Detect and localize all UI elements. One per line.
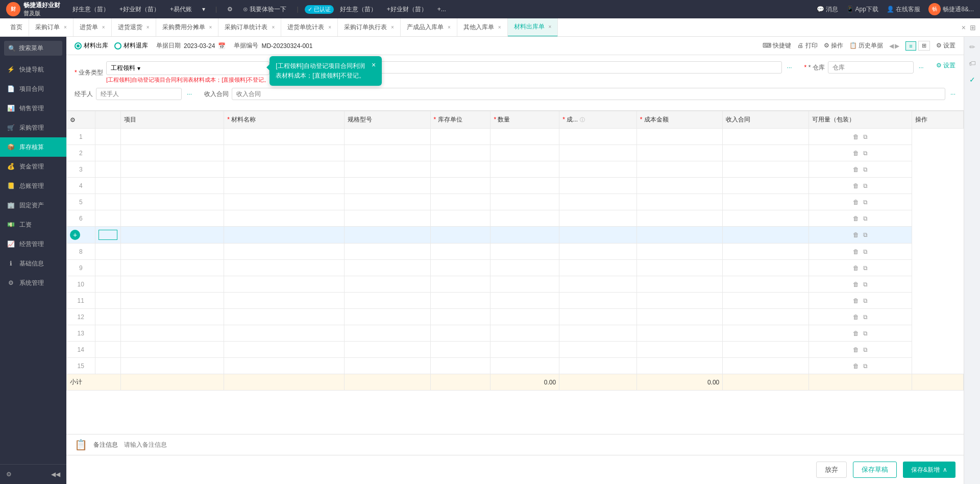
sidebar-item-ledger[interactable]: 📒 总账管理 (0, 176, 66, 196)
sidebar-settings-btn[interactable]: ⚙ (4, 469, 14, 480)
cell-available[interactable] (723, 358, 808, 374)
cell-income[interactable] (636, 342, 722, 358)
cell-unit[interactable] (345, 129, 430, 145)
cell-available[interactable] (723, 210, 808, 227)
tab-close-purchase-stats[interactable]: × (272, 25, 275, 30)
tab-purchase-exec[interactable]: 采购订单执行表 × (338, 18, 401, 37)
cell-spec[interactable] (224, 325, 345, 342)
income-contract-input[interactable] (232, 88, 945, 100)
cell-unit[interactable] (345, 342, 430, 358)
cell-available[interactable] (723, 178, 808, 194)
tab-close-purchase-order[interactable]: × (64, 25, 67, 30)
cell-cost-amt[interactable] (559, 161, 637, 178)
sidebar-collapse-btn[interactable]: ◀◀ (49, 469, 62, 480)
cell-project[interactable] (95, 161, 121, 178)
cell-spec[interactable] (224, 358, 345, 374)
cell-income[interactable] (636, 293, 722, 309)
cell-material[interactable] (121, 276, 224, 293)
cell-unit[interactable] (345, 210, 430, 227)
cell-available[interactable] (723, 129, 808, 145)
tab-close-material-outbound[interactable]: × (549, 24, 552, 30)
cell-income-active[interactable] (636, 227, 722, 244)
doc-settings-link-btn[interactable]: ⚙ 设置 (936, 61, 955, 70)
sidebar-item-management[interactable]: 📈 经营管理 (0, 234, 66, 254)
cell-qty[interactable] (430, 161, 491, 178)
radio-material-return[interactable]: 材料退库 (114, 41, 148, 50)
cell-cost-amt[interactable] (559, 342, 637, 358)
copy-row-btn[interactable]: ⧉ (861, 214, 870, 223)
cell-cost-amt-active[interactable] (559, 227, 637, 244)
online-service-btn[interactable]: 👤 在线客服 (887, 5, 920, 14)
cell-spec-active[interactable] (224, 227, 345, 244)
tab-other-inbound[interactable]: 其他入库单 × (457, 18, 508, 37)
cell-available[interactable] (723, 325, 808, 342)
cell-available-active[interactable] (723, 227, 808, 244)
cell-spec[interactable] (224, 178, 345, 194)
delete-row-btn[interactable]: 🗑 (851, 149, 861, 158)
sidebar-item-system[interactable]: ⚙ 系统管理 (0, 273, 66, 293)
cell-available[interactable] (723, 244, 808, 260)
delete-row-btn[interactable]: 🗑 (851, 361, 861, 371)
cell-available[interactable] (723, 276, 808, 293)
cell-project[interactable] (95, 293, 121, 309)
cell-project[interactable] (95, 178, 121, 194)
sidebar-item-finance[interactable]: 💰 资金管理 (0, 157, 66, 176)
nav-haoyecai[interactable]: +好业财（苗） (115, 3, 164, 16)
user-avatar[interactable]: 畅 畅捷通8&... (928, 3, 974, 15)
grid-view-btn[interactable]: ⊞ (918, 41, 930, 51)
sidebar-item-basic-info[interactable]: ℹ 基础信息 (0, 254, 66, 273)
cell-cost-amt[interactable] (559, 244, 637, 260)
cell-project[interactable] (95, 210, 121, 227)
cell-cost-amt[interactable] (559, 309, 637, 325)
cell-cost-amt[interactable] (559, 276, 637, 293)
cell-project[interactable] (95, 276, 121, 293)
cell-spec[interactable] (224, 129, 345, 145)
save-new-btn[interactable]: 保存&新增 ∧ (903, 462, 955, 478)
cell-spec[interactable] (224, 309, 345, 325)
cell-cost[interactable] (491, 210, 559, 227)
doc-date-value[interactable]: 2023-03-24 (184, 42, 215, 50)
cell-cost[interactable] (491, 276, 559, 293)
warehouse-input[interactable] (828, 61, 914, 74)
cell-qty[interactable] (430, 194, 491, 210)
cell-qty[interactable] (430, 145, 491, 161)
cell-income[interactable] (636, 358, 722, 374)
cell-cost-amt[interactable] (559, 194, 637, 210)
cell-available[interactable] (723, 309, 808, 325)
message-btn[interactable]: 💬 消息 (817, 5, 838, 14)
cell-qty[interactable] (430, 309, 491, 325)
shortcut-keys-btn[interactable]: ⌨ 快捷键 (763, 41, 791, 50)
cell-income[interactable] (636, 260, 722, 276)
cell-qty[interactable] (430, 210, 491, 227)
cell-income[interactable] (636, 178, 722, 194)
cell-cost[interactable] (491, 161, 559, 178)
tab-close-incoming[interactable]: × (102, 25, 105, 30)
cell-unit[interactable] (345, 161, 430, 178)
delete-row-btn[interactable]: 🗑 (851, 165, 861, 174)
tab-close-purchase-exec[interactable]: × (391, 25, 394, 30)
cell-unit[interactable] (345, 325, 430, 342)
cell-unit[interactable] (345, 276, 430, 293)
tab-finished-goods[interactable]: 产成品入库单 × (401, 18, 457, 37)
app-download-btn[interactable]: 📱 App下载 (846, 5, 878, 14)
delete-row-btn[interactable]: 🗑 (851, 263, 861, 273)
delete-row-btn[interactable]: 🗑 (851, 214, 861, 223)
warehouse-dots-btn[interactable]: ··· (919, 64, 924, 71)
calendar-icon[interactable]: 📅 (218, 42, 226, 50)
cell-cost[interactable] (491, 260, 559, 276)
cell-material[interactable] (121, 145, 224, 161)
cell-material[interactable] (121, 325, 224, 342)
cell-qty[interactable] (430, 276, 491, 293)
cell-material[interactable] (121, 178, 224, 194)
cell-qty[interactable] (430, 325, 491, 342)
cell-unit[interactable] (345, 178, 430, 194)
sidebar-item-inventory[interactable]: 📦 库存核算 (0, 137, 66, 157)
cell-cost-amt[interactable] (559, 129, 637, 145)
cell-qty[interactable] (430, 342, 491, 358)
next-doc-btn[interactable]: ▶ (895, 42, 899, 50)
copy-row-btn[interactable]: ⧉ (861, 198, 870, 207)
tab-purchase-stats[interactable]: 采购订单统计表 × (218, 18, 281, 37)
cell-spec[interactable] (224, 342, 345, 358)
cell-available[interactable] (723, 194, 808, 210)
cell-cost[interactable] (491, 358, 559, 374)
